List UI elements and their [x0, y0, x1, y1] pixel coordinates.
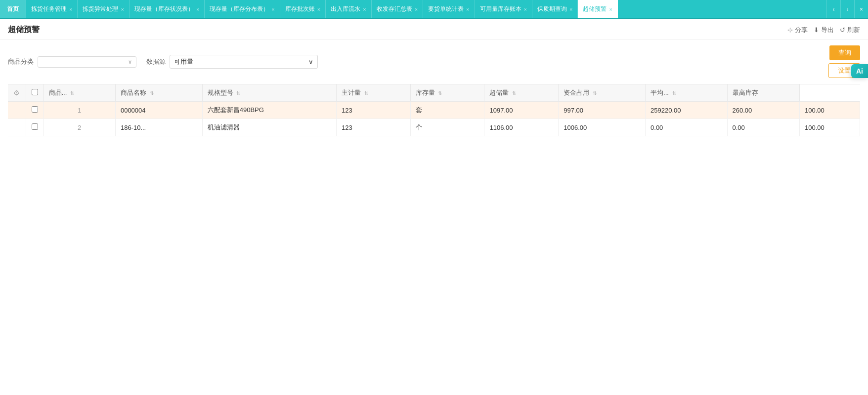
datasource-filter-item: 数据源 可用量 ∨: [146, 55, 318, 69]
row-product-code: 0000004: [115, 102, 202, 119]
row-checkbox-cell[interactable]: [26, 119, 43, 136]
share-icon: ⊹: [787, 26, 793, 34]
table-header-capital[interactable]: 资金占用 ⇅: [559, 84, 646, 102]
row-checkbox[interactable]: [32, 106, 38, 113]
share-button[interactable]: ⊹ 分享: [787, 26, 808, 35]
sort-icon: ⇅: [593, 90, 597, 96]
close-icon[interactable]: ×: [609, 6, 612, 12]
sort-icon: ⇅: [364, 90, 368, 96]
row-gear-cell: [8, 119, 26, 136]
page-header: 超储预警 ⊹ 分享 ⬇ 导出 ↺ 刷新: [0, 19, 868, 40]
nav-tab-abnormal[interactable]: 拣货异常处理 ×: [78, 0, 129, 18]
sort-icon: ⇅: [70, 90, 74, 96]
chevron-down-icon: ∨: [308, 58, 313, 66]
row-product-name: 机油滤清器: [202, 119, 336, 136]
row-capital: 259220.00: [646, 102, 727, 119]
close-icon[interactable]: ×: [415, 6, 418, 12]
category-filter-item: 商品分类 ∨: [8, 56, 136, 68]
close-icon[interactable]: ×: [569, 6, 572, 12]
row-checkbox-cell[interactable]: [26, 102, 43, 119]
row-max-stock: 100.00: [799, 102, 860, 119]
nav-close-button[interactable]: ×: [854, 0, 868, 19]
nav-tab-available-account[interactable]: 可用量库存账本 ×: [475, 0, 532, 18]
close-icon[interactable]: ×: [196, 6, 199, 12]
row-capital: 0.00: [646, 119, 727, 136]
data-table: ⚙ 商品... ⇅ 商品名称 ⇅ 规格型号 ⇅: [8, 84, 860, 136]
row-stock: 1106.00: [484, 119, 559, 136]
row-index: 1: [43, 102, 115, 119]
row-unit: 个: [410, 119, 484, 136]
filter-row: 商品分类 ∨ 数据源 可用量 ∨ 查询 设置: [0, 40, 868, 84]
row-product-code: 186-10...: [115, 119, 202, 136]
row-avg: 0.00: [727, 119, 799, 136]
table-header-max-stock[interactable]: 最高库存: [727, 84, 799, 102]
select-all-checkbox[interactable]: [32, 89, 38, 95]
close-icon[interactable]: ×: [69, 6, 72, 12]
close-icon[interactable]: ×: [466, 6, 469, 12]
nav-tab-overstock-warning[interactable]: 超储预警 ×: [578, 0, 617, 18]
nav-arrows: ‹ › ×: [826, 0, 868, 19]
sort-icon: ⇅: [438, 90, 442, 96]
nav-tab-quality-check[interactable]: 保质期查询 ×: [532, 0, 578, 18]
table-header-checkbox[interactable]: [26, 84, 43, 102]
close-icon[interactable]: ×: [271, 6, 274, 12]
nav-tab-collect-summary[interactable]: 收发存汇总表 ×: [372, 0, 423, 18]
row-checkbox[interactable]: [32, 123, 38, 130]
table-header-avg[interactable]: 平均... ⇅: [646, 84, 727, 102]
nav-tab-order-stats[interactable]: 要货单统计表 ×: [423, 0, 475, 18]
row-avg: 260.00: [727, 102, 799, 119]
row-product-name: 六配套新昌490BPG: [202, 102, 336, 119]
table-header-product-name[interactable]: 商品名称 ⇅: [115, 84, 202, 102]
row-spec: 123: [336, 102, 410, 119]
datasource-select[interactable]: 可用量 ∨: [170, 55, 318, 69]
table-header-unit[interactable]: 主计量 ⇅: [336, 84, 410, 102]
nav-tab-home[interactable]: 首页: [0, 0, 26, 18]
nav-tab-inventory-status[interactable]: 现存量（库存状况表） ×: [130, 0, 205, 18]
sort-icon: ⇅: [672, 90, 676, 96]
nav-tab-inventory-dist[interactable]: 现存量（库存分布表） ×: [205, 0, 280, 18]
nav-tab-in-out-flow[interactable]: 出入库流水 ×: [326, 0, 371, 18]
row-unit: 套: [410, 102, 484, 119]
row-overstock: 1006.00: [559, 119, 646, 136]
close-icon[interactable]: ×: [121, 6, 124, 12]
refresh-button[interactable]: ↺ 刷新: [840, 26, 860, 35]
datasource-value: 可用量: [174, 57, 193, 66]
row-gear-cell: [8, 102, 26, 119]
nav-tab-batch-account[interactable]: 库存批次账 ×: [280, 0, 326, 18]
row-spec: 123: [336, 119, 410, 136]
header-actions: ⊹ 分享 ⬇ 导出 ↺ 刷新: [787, 26, 860, 35]
sort-icon: ⇅: [512, 90, 516, 96]
category-select[interactable]: ∨: [38, 56, 136, 68]
export-icon: ⬇: [814, 26, 819, 34]
category-label: 商品分类: [8, 57, 34, 66]
close-icon[interactable]: ×: [524, 6, 527, 12]
table-header-spec[interactable]: 规格型号 ⇅: [202, 84, 336, 102]
main-content: 超储预警 ⊹ 分享 ⬇ 导出 ↺ 刷新 商品分类 ∨ 数据源: [0, 19, 868, 395]
table-header-gear[interactable]: ⚙: [8, 84, 26, 102]
table-header-product-code[interactable]: 商品... ⇅: [43, 84, 115, 102]
datasource-label: 数据源: [146, 57, 166, 66]
table-header-stock[interactable]: 库存量 ⇅: [410, 84, 484, 102]
export-button[interactable]: ⬇ 导出: [814, 26, 834, 35]
sort-icon: ⇅: [150, 90, 154, 96]
page-title: 超储预警: [8, 25, 40, 35]
table-row: 2 186-10... 机油滤清器 123 个 1106.00 1006.00 …: [8, 119, 860, 136]
refresh-icon: ↺: [840, 26, 845, 34]
gear-icon[interactable]: ⚙: [13, 89, 20, 97]
row-max-stock: 100.00: [799, 119, 860, 136]
table-row: 1 0000004 六配套新昌490BPG 123 套 1097.00 997.…: [8, 102, 860, 119]
nav-tab-task-mgmt[interactable]: 拣货任务管理 ×: [26, 0, 78, 18]
close-icon[interactable]: ×: [317, 6, 320, 12]
table-header-overstock[interactable]: 超储量 ⇅: [484, 84, 559, 102]
ai-badge[interactable]: Ai: [851, 64, 868, 78]
query-button[interactable]: 查询: [829, 45, 860, 60]
nav-next-button[interactable]: ›: [840, 0, 854, 19]
row-overstock: 997.00: [559, 102, 646, 119]
sort-icon: ⇅: [236, 90, 240, 96]
chevron-down-icon: ∨: [128, 59, 132, 65]
row-index: 2: [43, 119, 115, 136]
close-icon[interactable]: ×: [363, 6, 366, 12]
nav-prev-button[interactable]: ‹: [826, 0, 840, 19]
table-header-row: ⚙ 商品... ⇅ 商品名称 ⇅ 规格型号 ⇅: [8, 84, 860, 102]
row-stock: 1097.00: [484, 102, 559, 119]
